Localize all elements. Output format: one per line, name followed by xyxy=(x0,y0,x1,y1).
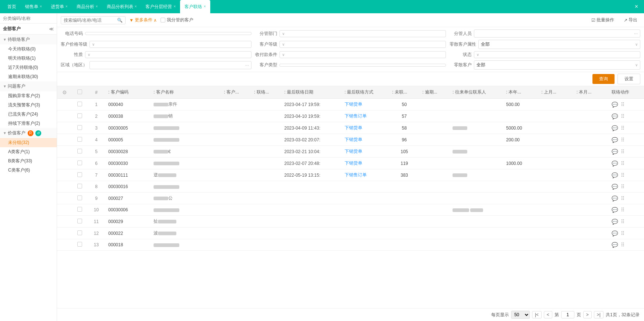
sidebar-item-no-group[interactable]: 未分组(32) xyxy=(0,138,57,147)
row-checkbox[interactable] xyxy=(77,184,82,188)
sidebar-all-customers[interactable]: 全部客户 ≪ xyxy=(0,24,57,35)
next-page-btn[interactable]: > xyxy=(583,311,592,318)
last-way-link[interactable]: 下销售订单 xyxy=(345,113,367,119)
nav-customer-tier[interactable]: 客户分层经营 × xyxy=(141,0,180,13)
sidebar-item-today[interactable]: 今天待联络(0) xyxy=(0,45,57,54)
row-checkbox[interactable] xyxy=(77,160,82,165)
th-unlink[interactable]: : 未联... xyxy=(389,86,419,99)
filter-customer-level-input[interactable]: ∨ xyxy=(279,41,446,48)
prev-page-btn[interactable]: < xyxy=(544,311,552,318)
nav-goods-analysis-close[interactable]: × xyxy=(96,0,98,13)
sidebar-item-class-a[interactable]: A类客户(1) xyxy=(0,147,57,156)
filter-zero-customer-input[interactable]: 全部 ∨ xyxy=(474,60,640,70)
last-way-link[interactable]: 下销货单 xyxy=(345,137,362,142)
nav-customer-contact[interactable]: 客户联络 × xyxy=(180,0,210,13)
th-code[interactable]: : 客户编码 xyxy=(105,86,151,99)
chat-icon[interactable]: 💬 xyxy=(612,125,618,131)
row-checkbox[interactable] xyxy=(77,172,82,177)
sidebar-item-7days[interactable]: 近7天待联络(0) xyxy=(0,63,57,72)
th-thismonth[interactable]: : 本月... xyxy=(574,86,609,99)
th-type[interactable]: : 客户... xyxy=(221,86,251,99)
value-refresh-icon[interactable]: ↺ xyxy=(35,130,41,136)
chat-icon[interactable]: 💬 xyxy=(612,149,618,155)
nav-sales[interactable]: 销售单 × xyxy=(21,0,46,13)
row-checkbox[interactable] xyxy=(77,219,82,223)
settings-icon[interactable]: ⚙ xyxy=(62,89,67,95)
more-icon[interactable]: ⠿ xyxy=(621,195,624,201)
filter-search-input[interactable] xyxy=(64,18,115,23)
select-all-checkbox[interactable] xyxy=(77,89,82,94)
nav-home[interactable]: 首页 xyxy=(3,0,21,13)
chat-icon[interactable]: 💬 xyxy=(612,172,618,178)
chat-icon[interactable]: 💬 xyxy=(612,207,618,213)
th-last-date[interactable]: : 最后联络日期 xyxy=(281,86,342,99)
more-icon[interactable]: ⠿ xyxy=(621,113,624,119)
per-page-select[interactable]: 50 100 200 xyxy=(511,311,530,319)
more-icon[interactable]: ⠿ xyxy=(621,219,624,225)
query-button[interactable]: 查询 xyxy=(592,74,615,84)
filter-gender-input[interactable]: ∨ xyxy=(85,51,251,58)
last-page-btn[interactable]: >| xyxy=(594,311,603,318)
filter-payment-input[interactable]: ∨ xyxy=(279,51,446,58)
sidebar-item-declining[interactable]: 持续下滑客户(2) xyxy=(0,119,57,128)
th-contacts[interactable]: : 往来单位联系人 xyxy=(450,86,503,99)
filter-zero-attr-input[interactable]: 全部 ∨ xyxy=(478,40,640,49)
th-overdue[interactable]: : 逾期... xyxy=(419,86,450,99)
export-btn[interactable]: ↗ 导出 xyxy=(621,15,640,25)
more-icon[interactable]: ⠿ xyxy=(621,149,624,155)
row-checkbox[interactable] xyxy=(77,137,82,142)
last-way-link[interactable]: 下销售订单 xyxy=(345,172,367,177)
filter-manager-input[interactable]: ··· xyxy=(474,29,640,38)
row-checkbox[interactable] xyxy=(77,125,82,130)
th-name[interactable]: : 客户名称 xyxy=(151,86,221,99)
sidebar-item-overdue[interactable]: 逾期未联络(30) xyxy=(0,72,57,81)
batch-op-btn[interactable]: ☑ 批量操作 xyxy=(588,15,617,25)
filter-price-level-input[interactable]: ∨ xyxy=(89,41,251,48)
sidebar-collapse-icon[interactable]: ≪ xyxy=(49,27,54,32)
last-way-link[interactable]: 下销货单 xyxy=(345,160,362,166)
nav-customer-tier-close[interactable]: × xyxy=(173,0,176,13)
chat-icon[interactable]: 💬 xyxy=(612,230,618,236)
filter-phone-input[interactable] xyxy=(85,32,251,35)
sidebar-item-tomorrow[interactable]: 明天待联络(1) xyxy=(0,54,57,63)
th-thisyear[interactable]: : 本年... xyxy=(503,86,539,99)
reset-button[interactable]: 设置 xyxy=(617,74,640,84)
more-icon[interactable]: ⠿ xyxy=(621,207,624,213)
th-contact[interactable]: : 联络... xyxy=(251,86,281,99)
chat-icon[interactable]: 💬 xyxy=(612,160,618,166)
row-checkbox[interactable] xyxy=(77,113,82,118)
nav-goods-analysis[interactable]: 商品分析 × xyxy=(72,0,102,13)
nav-goods-analysis-list-close[interactable]: × xyxy=(135,0,137,13)
last-way-link[interactable]: 下销货单 xyxy=(345,149,362,154)
nav-goods-analysis-list[interactable]: 商品分析列表 × xyxy=(102,0,141,13)
more-icon[interactable]: ⠿ xyxy=(621,102,624,107)
chat-icon[interactable]: 💬 xyxy=(612,242,618,248)
filter-region-input[interactable]: ··· xyxy=(89,61,251,69)
my-customers-checkbox[interactable] xyxy=(161,18,165,22)
more-icon[interactable]: ⠿ xyxy=(621,242,624,248)
page-input[interactable] xyxy=(561,311,574,318)
nav-customer-contact-close[interactable]: × xyxy=(204,0,206,13)
chat-icon[interactable]: 💬 xyxy=(612,219,618,225)
more-icon[interactable]: ⠿ xyxy=(621,137,624,143)
more-icon[interactable]: ⠿ xyxy=(621,184,624,190)
more-icon[interactable]: ⠿ xyxy=(621,230,624,236)
last-way-link[interactable]: 下销货单 xyxy=(345,125,362,130)
chat-icon[interactable]: 💬 xyxy=(612,137,618,143)
row-checkbox[interactable] xyxy=(77,102,82,106)
filter-customer-type-input[interactable] xyxy=(279,64,446,67)
chat-icon[interactable]: 💬 xyxy=(612,184,618,190)
more-icon[interactable]: ⠿ xyxy=(621,125,624,131)
last-way-link[interactable]: 下销货单 xyxy=(345,102,362,107)
app-close-button[interactable]: × xyxy=(632,3,641,10)
nav-purchase-close[interactable]: × xyxy=(66,0,68,13)
sidebar-item-class-b[interactable]: B类客户(33) xyxy=(0,156,57,166)
chat-icon[interactable]: 💬 xyxy=(612,195,618,201)
row-checkbox[interactable] xyxy=(77,149,82,154)
sidebar-item-churned[interactable]: 已流失客户(24) xyxy=(0,110,57,119)
th-lastmonth[interactable]: : 上月... xyxy=(538,86,574,99)
sidebar-search-input[interactable] xyxy=(3,16,57,21)
sidebar-item-class-c[interactable]: C类客户(6) xyxy=(0,166,57,175)
more-conditions-btn[interactable]: ▼ 更多条件 ∧ xyxy=(129,17,157,23)
filter-search-icon[interactable]: 🔍 xyxy=(117,18,123,23)
